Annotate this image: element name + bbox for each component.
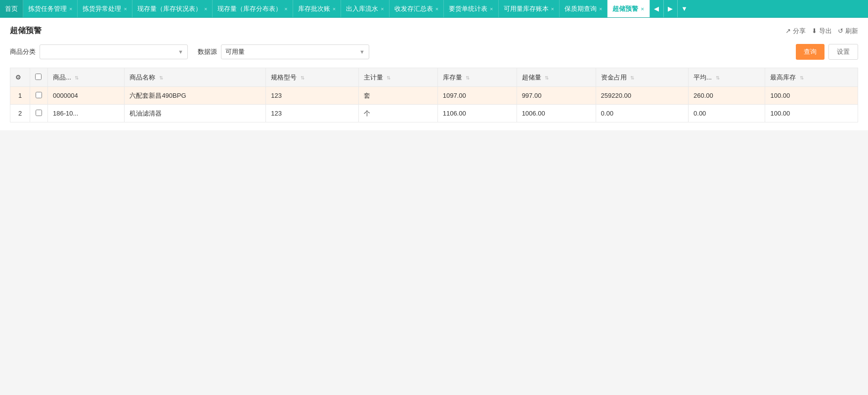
category-filter: 商品分类 ▼ [10,44,188,59]
sort-icon: ⇅ [159,75,163,80]
datasource-filter: 数据源 可用量 ▼ [198,44,369,59]
datasource-select[interactable]: 可用量 ▼ [221,44,369,59]
cell-capital: 0.00 [596,105,688,122]
column-settings[interactable]: ⚙ [10,68,30,87]
nav-item-expiry[interactable]: 保质期查询 × [560,0,608,18]
column-max-stock[interactable]: 最高库存 ⇅ [765,68,858,87]
cell-stock: 1097.00 [437,87,517,105]
table-row: 1 0000004 六配套新昌490BPG 123 套 1097.00 997.… [10,87,858,105]
nav-more-button[interactable]: ▼ [677,0,691,18]
close-icon[interactable]: × [551,6,554,12]
sort-icon: ⇅ [800,75,804,80]
gear-icon: ⚙ [15,74,21,81]
sort-icon: ⇅ [387,75,391,80]
column-spec[interactable]: 规格型号 ⇅ [266,68,358,87]
query-button[interactable]: 查询 [796,44,825,60]
datasource-label: 数据源 [198,47,217,56]
row-checkbox-cell [30,105,48,122]
close-icon[interactable]: × [333,6,336,12]
row-checkbox-cell [30,87,48,105]
nav-item-batch[interactable]: 库存批次账 × [293,0,341,18]
column-overstock[interactable]: 超储量 ⇅ [517,68,596,87]
cell-avg: 260.00 [689,87,765,105]
close-icon[interactable]: × [381,6,384,12]
cell-product-code: 0000004 [48,87,125,105]
settings-button[interactable]: 设置 [828,44,858,60]
close-icon[interactable]: × [204,6,207,12]
export-icon: ⬇ [812,27,817,35]
table-row: 2 186-10... 机油滤清器 123 个 1106.00 1006.00 … [10,105,858,122]
cell-spec: 123 [266,105,358,122]
cell-stock: 1106.00 [437,105,517,122]
nav-item-stock-dist[interactable]: 现存量（库存分布表） × [213,0,293,18]
refresh-icon: ↺ [838,27,843,35]
column-avg[interactable]: 平均... ⇅ [689,68,765,87]
sort-icon: ⇅ [75,75,79,80]
refresh-button[interactable]: ↺ 刷新 [838,27,858,36]
close-icon[interactable]: × [124,6,127,12]
sort-icon: ⇅ [466,75,470,80]
column-checkbox [30,68,48,87]
sort-icon: ⇅ [630,75,634,80]
nav-item-exception[interactable]: 拣货异常处理 × [78,0,132,18]
nav-item-home[interactable]: 首页 [0,0,23,18]
cell-max-stock: 100.00 [765,105,858,122]
nav-item-overstock[interactable]: 超储预警 × [608,0,649,18]
filter-bar: 商品分类 ▼ 数据源 可用量 ▼ 查询 设置 [10,44,858,60]
cell-capital: 259220.00 [596,87,688,105]
close-icon[interactable]: × [435,6,438,12]
column-product-name[interactable]: 商品名称 ⇅ [125,68,266,87]
row-checkbox[interactable] [36,92,42,98]
cell-unit: 个 [358,105,437,122]
nav-item-requisition[interactable]: 要货单统计表 × [444,0,498,18]
chevron-down-icon: ▼ [359,49,365,55]
column-product-code[interactable]: 商品... ⇅ [48,68,125,87]
export-button[interactable]: ⬇ 导出 [812,27,832,36]
header-actions: ↗ 分享 ⬇ 导出 ↺ 刷新 [785,27,858,36]
top-navigation: 首页 拣货任务管理 × 拣货异常处理 × 现存量（库存状况表） × 现存量（库存… [0,0,868,18]
cell-overstock: 1006.00 [517,105,596,122]
close-icon[interactable]: × [599,6,602,12]
close-icon[interactable]: × [490,6,493,12]
datasource-value: 可用量 [225,47,245,56]
nav-item-inout[interactable]: 出入库流水 × [341,0,389,18]
data-table: ⚙ 商品... ⇅ 商品名称 ⇅ 规格型号 ⇅ 主计量 [10,68,858,122]
column-stock[interactable]: 库存量 ⇅ [437,68,517,87]
column-unit[interactable]: 主计量 ⇅ [358,68,437,87]
close-icon[interactable]: × [641,6,644,12]
select-all-checkbox[interactable] [35,74,42,80]
row-index: 1 [10,87,30,105]
cell-product-name: 六配套新昌490BPG [125,87,266,105]
cell-overstock: 997.00 [517,87,596,105]
column-capital[interactable]: 资金占用 ⇅ [596,68,688,87]
cell-spec: 123 [266,87,358,105]
sort-icon: ⇅ [716,75,720,80]
page-title: 超储预警 [10,26,42,36]
nav-item-stock-status[interactable]: 现存量（库存状况表） × [132,0,213,18]
cell-max-stock: 100.00 [765,87,858,105]
row-checkbox[interactable] [36,110,42,116]
sort-icon: ⇅ [545,75,549,80]
category-label: 商品分类 [10,47,36,56]
nav-item-summary[interactable]: 收发存汇总表 × [390,0,444,18]
table-header-row: ⚙ 商品... ⇅ 商品名称 ⇅ 规格型号 ⇅ 主计量 [10,68,858,87]
nav-next-button[interactable]: ▶ [663,0,677,18]
share-icon: ↗ [785,27,791,35]
nav-item-task[interactable]: 拣货任务管理 × [23,0,78,18]
row-index: 2 [10,105,30,122]
cell-avg: 0.00 [689,105,765,122]
share-button[interactable]: ↗ 分享 [785,27,806,36]
nav-prev-button[interactable]: ◀ [650,0,663,18]
cell-product-code: 186-10... [48,105,125,122]
cell-product-name: 机油滤清器 [125,105,266,122]
category-select[interactable]: ▼ [40,44,188,59]
close-icon[interactable]: × [69,6,72,12]
page-header: 超储预警 ↗ 分享 ⬇ 导出 ↺ 刷新 [10,26,858,36]
chevron-down-icon: ▼ [178,49,183,55]
cell-unit: 套 [358,87,437,105]
close-icon[interactable]: × [284,6,287,12]
sort-icon: ⇅ [301,75,304,80]
filter-actions: 查询 设置 [796,44,858,60]
nav-item-available[interactable]: 可用量库存账本 × [499,0,560,18]
page-content: 超储预警 ↗ 分享 ⬇ 导出 ↺ 刷新 商品分类 ▼ 数据源 [0,18,868,130]
